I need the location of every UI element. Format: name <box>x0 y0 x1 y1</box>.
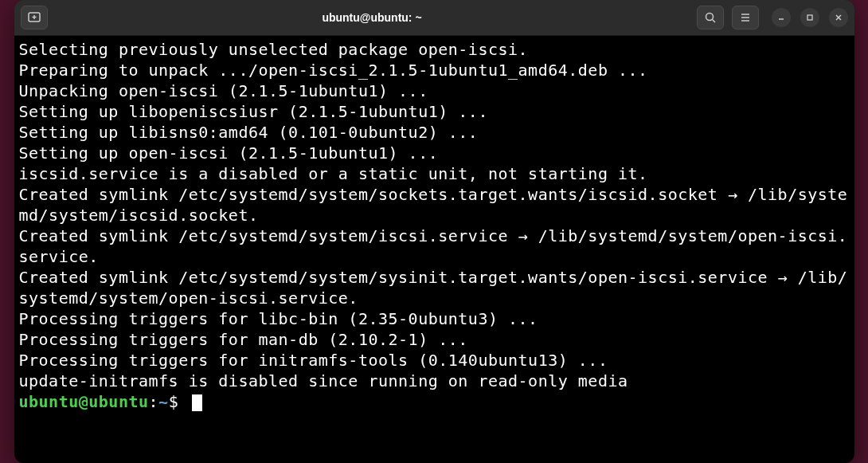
maximize-button[interactable] <box>800 8 819 27</box>
close-icon <box>835 14 843 22</box>
terminal-cursor <box>192 394 202 411</box>
terminal-output-line: Selecting previously unselected package … <box>19 39 850 60</box>
window-controls <box>772 8 848 27</box>
search-button[interactable] <box>697 6 724 29</box>
terminal-output-line: Setting up libopeniscsiusr (2.1.5-1ubunt… <box>19 101 850 122</box>
prompt-colon: : <box>149 392 159 411</box>
terminal-output-line: iscsid.service is a disabled or a static… <box>19 163 850 184</box>
terminal-body[interactable]: Selecting previously unselected package … <box>14 36 854 463</box>
prompt-path: ~ <box>158 392 169 411</box>
minimize-icon <box>777 14 785 22</box>
terminal-output-line: Created symlink /etc/systemd/system/sysi… <box>19 267 850 308</box>
terminal-output-line: Processing triggers for initramfs-tools … <box>19 350 850 371</box>
terminal-output-line: Setting up open-iscsi (2.1.5-1ubuntu1) .… <box>19 143 850 163</box>
minimize-button[interactable] <box>772 8 791 27</box>
window-title: ubuntu@ubuntu: ~ <box>53 11 692 24</box>
terminal-window: ubuntu@ubuntu: ~ <box>14 0 854 463</box>
terminal-output-line: Created symlink /etc/systemd/system/sock… <box>19 184 850 226</box>
search-icon <box>704 11 717 24</box>
hamburger-menu-button[interactable] <box>732 6 759 29</box>
svg-line-4 <box>712 20 715 23</box>
terminal-output-line: Preparing to unpack .../open-iscsi_2.1.5… <box>19 60 850 80</box>
terminal-output-line: Unpacking open-iscsi (2.1.5-1ubuntu1) ..… <box>19 80 850 101</box>
terminal-output-line: Created symlink /etc/systemd/system/iscs… <box>19 226 850 267</box>
prompt-dollar: $ <box>169 392 189 411</box>
hamburger-icon <box>739 11 752 24</box>
titlebar: ubuntu@ubuntu: ~ <box>14 0 854 36</box>
svg-point-3 <box>706 14 713 21</box>
terminal-output-line: Setting up libisns0:amd64 (0.101-0ubuntu… <box>19 122 850 143</box>
prompt-user-host: ubuntu@ubuntu <box>19 392 149 411</box>
terminal-output-line: update-initramfs is disabled since runni… <box>19 371 850 391</box>
terminal-prompt-line: ubuntu@ubuntu:~$ <box>19 391 850 412</box>
svg-rect-9 <box>807 15 812 20</box>
new-tab-icon <box>27 10 41 25</box>
titlebar-right <box>697 6 848 29</box>
maximize-icon <box>806 14 814 22</box>
new-tab-button[interactable] <box>21 6 48 29</box>
terminal-output-line: Processing triggers for libc-bin (2.35-0… <box>19 308 850 329</box>
titlebar-left <box>21 6 48 29</box>
close-button[interactable] <box>829 8 848 27</box>
terminal-output-line: Processing triggers for man-db (2.10.2-1… <box>19 329 850 350</box>
